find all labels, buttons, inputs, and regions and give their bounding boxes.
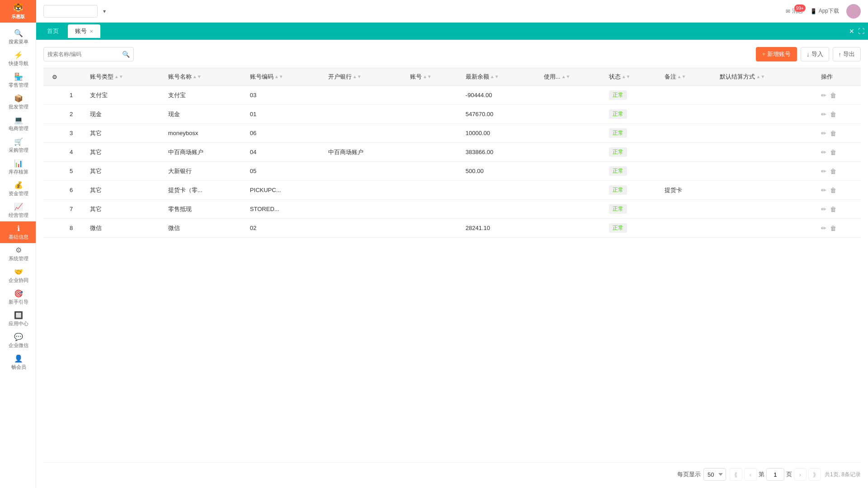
cell-usage-3	[540, 143, 605, 162]
sidebar-item-4[interactable]: 💻电商管理	[0, 113, 36, 135]
search-input[interactable]	[47, 51, 122, 57]
delete-button-2[interactable]: 🗑	[830, 130, 836, 137]
edit-button-3[interactable]: ✏	[821, 149, 826, 156]
delete-button-7[interactable]: 🗑	[830, 225, 836, 232]
sidebar-item-6[interactable]: 📊库存核算	[0, 156, 36, 178]
cell-status-4: 正常	[605, 162, 661, 181]
sidebar-item-3[interactable]: 📦批发管理	[0, 91, 36, 113]
th-remark[interactable]: 备注▲▼	[661, 68, 717, 86]
th-name[interactable]: 账号名称▲▼	[165, 68, 246, 86]
import-button[interactable]: ↓ 导入	[801, 47, 829, 61]
total-info: 共1页, 8条记录	[825, 471, 861, 479]
sidebar-item-10[interactable]: ⚙系统管理	[0, 243, 36, 265]
cell-index-0: 1	[66, 86, 86, 105]
cell-usage-4	[540, 162, 605, 181]
table-body: 1 支付宝 支付宝 03 -90444.00 正常 ✏ 🗑 2 现金 现金 01…	[43, 86, 861, 238]
page-input[interactable]	[766, 468, 784, 481]
delete-button-4[interactable]: 🗑	[830, 168, 836, 175]
sidebar-icon-8: 📈	[14, 202, 23, 211]
cell-index-2: 3	[66, 124, 86, 143]
cell-remark-7	[661, 219, 717, 238]
sidebar-item-9[interactable]: ℹ基础信息	[0, 221, 36, 243]
notification-button[interactable]: ✉ 消息 99+	[786, 7, 803, 15]
sidebar-item-11[interactable]: 🤝企业协同	[0, 265, 36, 286]
user-avatar[interactable]	[846, 4, 861, 19]
sidebar-item-7[interactable]: 💰资金管理	[0, 178, 36, 200]
delete-button-3[interactable]: 🗑	[830, 149, 836, 156]
table-row: 8 微信 微信 02 28241.10 正常 ✏ 🗑	[43, 219, 861, 238]
per-page-select[interactable]: 50 100	[703, 468, 726, 481]
tab-close-icon[interactable]: ✕	[90, 29, 93, 34]
add-button-label: + 新增账号	[762, 50, 791, 58]
sidebar-item-14[interactable]: 💬企业微信	[0, 330, 36, 352]
sidebar-item-13[interactable]: 🔲应用中心	[0, 308, 36, 330]
sort-account-icon: ▲▼	[423, 75, 432, 79]
sort-status-icon: ▲▼	[622, 75, 631, 79]
cell-name-5: 提货卡（零...	[165, 181, 246, 200]
th-settlement[interactable]: 默认结算方式▲▼	[716, 68, 817, 86]
export-button[interactable]: ↑ 导出	[833, 47, 861, 61]
edit-button-7[interactable]: ✏	[821, 225, 826, 232]
topbar-search-input[interactable]	[43, 5, 98, 18]
first-page-button[interactable]: ⟪	[730, 468, 742, 481]
cell-account-1	[406, 105, 462, 124]
th-code[interactable]: 账号编码▲▼	[246, 68, 325, 86]
th-usage[interactable]: 使用...▲▼	[540, 68, 605, 86]
sidebar-label-5: 采购管理	[9, 147, 28, 154]
delete-button-5[interactable]: 🗑	[830, 187, 836, 194]
last-page-button[interactable]: ⟫	[808, 468, 821, 481]
next-page-button[interactable]: ›	[794, 468, 807, 481]
sidebar-item-5[interactable]: 🛒采购管理	[0, 135, 36, 156]
sidebar-icon-15: 👤	[14, 354, 23, 363]
sidebar-nav: 🔍搜索菜单⚡快捷导航🏪零售管理📦批发管理💻电商管理🛒采购管理📊库存核算💰资金管理…	[0, 23, 36, 373]
cell-balance-5	[462, 181, 540, 200]
edit-button-0[interactable]: ✏	[821, 92, 826, 99]
cell-balance-6	[462, 200, 540, 219]
app-icon: 📱	[810, 8, 817, 14]
sidebar-item-0[interactable]: 🔍搜索菜单	[0, 26, 36, 48]
cell-settlement-3	[716, 143, 817, 162]
cell-status-1: 正常	[605, 105, 661, 124]
tab-accounts-label: 账号	[75, 27, 87, 35]
sidebar-item-15[interactable]: 👤畅会员	[0, 352, 36, 373]
prev-page-button[interactable]: ‹	[744, 468, 757, 481]
close-window-icon[interactable]: ✕	[849, 28, 854, 35]
th-bank[interactable]: 开户银行▲▼	[325, 68, 406, 86]
cell-account-0	[406, 86, 462, 105]
edit-button-1[interactable]: ✏	[821, 111, 826, 118]
edit-button-4[interactable]: ✏	[821, 168, 826, 175]
th-balance[interactable]: 最新余额▲▼	[462, 68, 540, 86]
cell-code-7: 02	[246, 219, 325, 238]
delete-button-1[interactable]: 🗑	[830, 111, 836, 118]
sidebar-item-2[interactable]: 🏪零售管理	[0, 70, 36, 91]
sidebar-item-12[interactable]: 🎯新手引导	[0, 286, 36, 308]
cell-name-3: 中百商场账户	[165, 143, 246, 162]
delete-button-0[interactable]: 🗑	[830, 92, 836, 99]
search-icon[interactable]: 🔍	[122, 51, 130, 58]
tab-accounts[interactable]: 账号 ✕	[68, 24, 100, 38]
add-account-button[interactable]: + 新增账号	[756, 47, 797, 61]
topbar-dropdown[interactable]: ▾	[103, 8, 106, 14]
sidebar-label-9: 基础信息	[9, 234, 28, 240]
table-row: 4 其它 中百商场账户 04 中百商场账户 383866.00 正常 ✏ 🗑	[43, 143, 861, 162]
th-settings[interactable]: ⚙	[43, 68, 66, 86]
cell-code-2: 06	[246, 124, 325, 143]
expand-icon[interactable]: ⛶	[858, 28, 864, 35]
edit-button-2[interactable]: ✏	[821, 130, 826, 137]
page-input-wrap: 第 页	[759, 468, 792, 481]
topbar: ▾ ✉ 消息 99+ 📱 App下载	[36, 0, 868, 23]
tab-home[interactable]: 首页	[40, 24, 66, 38]
delete-button-6[interactable]: 🗑	[830, 206, 836, 213]
cell-code-4: 05	[246, 162, 325, 181]
th-status[interactable]: 状态▲▼	[605, 68, 661, 86]
sidebar-item-1[interactable]: ⚡快捷导航	[0, 48, 36, 70]
cell-name-0: 支付宝	[165, 86, 246, 105]
sidebar-item-8[interactable]: 📈经营管理	[0, 200, 36, 221]
cell-type-4: 其它	[86, 162, 165, 181]
th-type[interactable]: 账号类型▲▼	[86, 68, 165, 86]
message-icon: ✉	[786, 8, 790, 14]
edit-button-5[interactable]: ✏	[821, 187, 826, 194]
edit-button-6[interactable]: ✏	[821, 206, 826, 213]
th-account[interactable]: 账号▲▼	[406, 68, 462, 86]
app-download-button[interactable]: 📱 App下载	[810, 7, 839, 15]
